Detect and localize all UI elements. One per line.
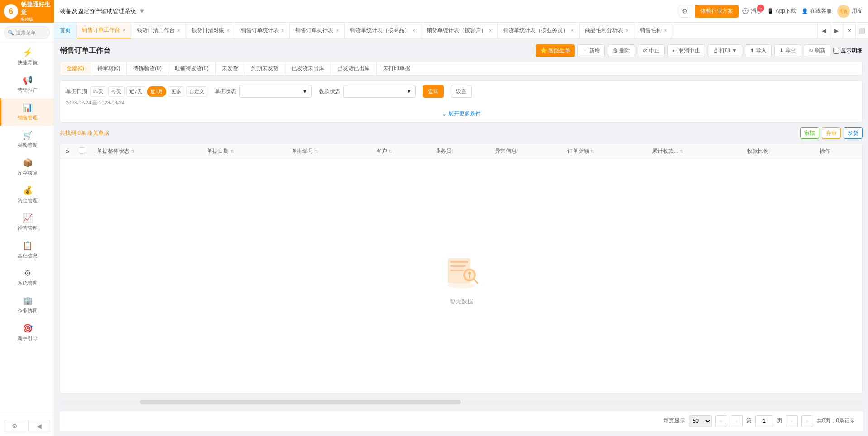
subtab-shipped-out[interactable]: 已发货已出库 [331, 62, 377, 75]
delete-btn[interactable]: 🗑 删除 [608, 44, 635, 57]
print-btn[interactable]: 🖨 打印 ▼ [708, 44, 742, 57]
filter-settings-btn[interactable]: 设置 [451, 85, 472, 98]
pagination-last-btn[interactable]: » [801, 415, 813, 427]
tab-close-sales-stats[interactable]: × [282, 28, 284, 33]
user-area[interactable]: Ea 用友 [837, 5, 863, 18]
tab-close-sales-exec[interactable]: × [336, 28, 339, 33]
sidebar-item-finance[interactable]: 💰资金管理 [0, 181, 54, 209]
search-menu-button[interactable]: 🔍 搜索菜单 [4, 26, 50, 39]
tab-sales-exec[interactable]: 销售订单执行表× [290, 23, 345, 39]
tab-prev-btn[interactable]: ◀ [817, 23, 830, 39]
collapse-btn[interactable]: ◀ [28, 420, 51, 432]
sidebar-item-enterprise[interactable]: 🏢企业协同 [0, 291, 54, 319]
date-option-more[interactable]: 更多 [168, 86, 184, 97]
subtab-shipped-not-out[interactable]: 已发货未出库 [285, 62, 331, 75]
tab-close-sales-gross[interactable]: × [664, 28, 667, 33]
tab-sales-gross[interactable]: 销售毛利× [634, 23, 673, 39]
tab-sales-stats-customer[interactable]: 销货单统计表（按客户）× [421, 23, 498, 39]
horizontal-scrollbar[interactable] [60, 400, 863, 404]
tab-close-cash-reconcile[interactable]: × [227, 28, 230, 33]
pagination-first-btn[interactable]: « [715, 415, 727, 427]
unaudit-btn[interactable]: 弃审 [822, 127, 841, 139]
sidebar-item-basic[interactable]: 📋基础信息 [0, 236, 54, 264]
smart-order-btn[interactable]: ⭐ 智能生单 [536, 44, 575, 57]
settings-icon-btn[interactable]: ⚙ [4, 420, 26, 432]
cancel-stop-btn[interactable]: ↩ 取消中止 [667, 44, 705, 57]
send-btn[interactable]: 发货 [844, 127, 863, 139]
import-btn[interactable]: ⬆ 导入 [745, 44, 772, 57]
subtab-wangpu-pending[interactable]: 旺铺待发货(0) [168, 62, 216, 75]
page-input[interactable] [755, 415, 773, 427]
subtab-all[interactable]: 全部(0) [60, 62, 91, 75]
th-collected[interactable]: 累计收款... ⇅ [647, 144, 743, 159]
tab-home[interactable]: 首页 [54, 23, 77, 39]
status-select[interactable]: ▼ [239, 85, 312, 98]
tab-sales-stats-staff[interactable]: 销货单统计表（按业务员）× [498, 23, 580, 39]
add-btn[interactable]: ＋ 新增 [577, 44, 605, 57]
date-option-yesterday[interactable]: 昨天 [90, 86, 106, 97]
tab-sales-stats[interactable]: 销售订单统计表× [235, 23, 290, 39]
settings-icon[interactable]: ⚙ [65, 148, 70, 155]
sidebar-item-newbie[interactable]: 🎯新手引导 [0, 319, 54, 346]
tab-close-cash-daily[interactable]: × [177, 28, 180, 33]
expand-filter-btn[interactable]: ⌄ 展开更多条件 [442, 110, 481, 118]
app-download-btn[interactable]: 📱 App下载 [767, 7, 796, 15]
tab-close-product-margin[interactable]: × [626, 28, 628, 33]
date-option-today[interactable]: 今天 [108, 86, 125, 97]
tab-label-product-margin: 商品毛利分析表 [585, 27, 623, 34]
select-all-checkbox[interactable] [79, 147, 85, 154]
date-option-last1month[interactable]: 近1月 [147, 86, 166, 97]
pagination-prev-btn[interactable]: ‹ [731, 415, 743, 427]
sidebar-item-quick-nav[interactable]: ⚡快捷导航 [0, 43, 54, 71]
sidebar-item-operation[interactable]: 📈经营管理 [0, 209, 54, 236]
audit-btn[interactable]: 审核 [800, 127, 819, 139]
tab-maximize-btn[interactable]: ⬜ [855, 23, 868, 39]
scroll-thumb[interactable] [140, 400, 461, 404]
subtab-expired-not-shipped[interactable]: 到期未发货 [245, 62, 285, 75]
subtab-pending-inspection[interactable]: 待拣验货(0) [127, 62, 168, 75]
solution-btn[interactable]: 体验行业方案 [695, 5, 739, 18]
tab-close-sales-stats-product[interactable]: × [412, 28, 415, 33]
sort-icon-status: ⇅ [131, 149, 134, 154]
payment-select[interactable]: ▼ [343, 85, 416, 98]
online-service-btn[interactable]: 👤 在线客服 [801, 7, 832, 15]
show-detail-label[interactable]: 显示明细 [833, 47, 863, 55]
subtab-not-printed[interactable]: 未打印单据 [377, 62, 417, 75]
sidebar-item-marketing[interactable]: 📢营销推广 [0, 71, 54, 98]
status-filter-label: 单据状态 [215, 88, 236, 95]
th-customer[interactable]: 客户 ⇅ [372, 144, 431, 159]
tab-close-sales-stats-customer[interactable]: × [489, 28, 492, 33]
sidebar-item-sales[interactable]: 📊销售管理 [0, 98, 54, 126]
th-amount[interactable]: 订单金额 ⇅ [563, 144, 647, 159]
dropdown-arrow[interactable]: ▼ [139, 8, 145, 14]
pagination-next-btn[interactable]: › [786, 415, 798, 427]
tab-close-sales-stats-staff[interactable]: × [571, 28, 574, 33]
subtab-pending-review[interactable]: 待审核(0) [91, 62, 127, 75]
tab-sales-stats-product[interactable]: 销货单统计表（按商品）× [345, 23, 421, 39]
query-btn[interactable]: 查询 [423, 85, 444, 98]
tab-close-sales-workbench[interactable]: × [123, 28, 125, 33]
th-number[interactable]: 单据编号 ⇅ [287, 144, 372, 159]
export-btn[interactable]: ⬇ 导出 [774, 44, 801, 57]
show-detail-checkbox[interactable] [833, 48, 839, 54]
tab-cash-daily[interactable]: 钱货日清工作台× [131, 23, 186, 39]
subtab-not-shipped[interactable]: 未发货 [216, 62, 245, 75]
tab-next-btn[interactable]: ▶ [830, 23, 843, 39]
tab-product-margin[interactable]: 商品毛利分析表× [580, 23, 634, 39]
topbar-settings-btn[interactable]: ⚙ [679, 5, 691, 18]
stop-btn[interactable]: ⊘ 中止 [638, 44, 665, 57]
sidebar-item-inventory[interactable]: 📦库存核算 [0, 153, 54, 181]
tab-sales-workbench[interactable]: 销售订单工作台× [77, 23, 131, 39]
refresh-btn[interactable]: ↻ 刷新 [804, 44, 830, 57]
per-page-select[interactable]: 102050100 [689, 415, 712, 427]
date-option-last7[interactable]: 近7天 [126, 86, 145, 97]
th-date[interactable]: 单据日期 ⇅ [202, 144, 287, 159]
date-option-custom[interactable]: 自定义 [186, 86, 207, 97]
sidebar-item-system[interactable]: ⚙系统管理 [0, 264, 54, 291]
tab-close-all-btn[interactable]: ✕ [843, 23, 855, 39]
message-btn[interactable]: 💬 消息 6 [742, 7, 762, 15]
sidebar-label-purchase: 采购管理 [18, 142, 38, 149]
sidebar-item-purchase[interactable]: 🛒采购管理 [0, 126, 54, 153]
tab-cash-reconcile[interactable]: 钱货日清对账× [186, 23, 235, 39]
th-status[interactable]: 单据整体状态 ⇅ [92, 144, 202, 159]
